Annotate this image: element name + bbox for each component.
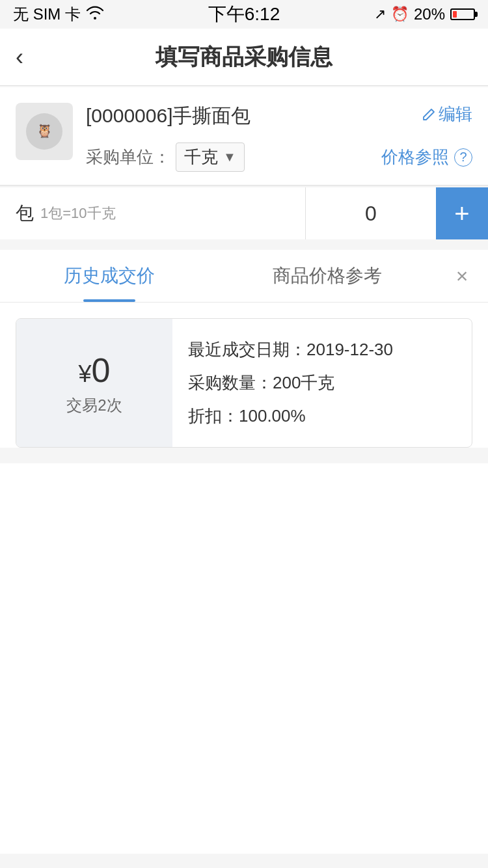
- unit-label: 采购单位：: [86, 146, 170, 169]
- tabs-section: 历史成交价 商品价格参考 × ¥0 交易2次 最近成交日期：2019-12-30…: [0, 250, 488, 448]
- product-section: 🦉 [0000006]手撕面包 编辑 采购单位： 千克 ▼ 价格参照: [0, 87, 488, 185]
- quantity-input[interactable]: [306, 187, 436, 239]
- status-bar: 无 SIM 卡 下午6:12 ↗ ⏰ 20%: [0, 0, 488, 29]
- battery-percent: 20%: [414, 5, 445, 23]
- product-info: [0000006]手撕面包 编辑 采购单位： 千克 ▼ 价格参照 ?: [86, 103, 472, 172]
- page-title: 填写商品采购信息: [156, 42, 332, 72]
- history-details: 最近成交日期：2019-12-30 采购数量：200千克 折扣：100.00%: [172, 319, 472, 447]
- price-display: ¥0: [79, 351, 111, 390]
- tabs-header: 历史成交价 商品价格参考 ×: [0, 250, 488, 303]
- edit-button[interactable]: 编辑: [422, 103, 472, 126]
- history-price-area: ¥0 交易2次: [16, 319, 172, 447]
- bottom-empty-area: [0, 463, 488, 854]
- product-thumbnail: 🦉: [16, 103, 73, 160]
- status-bar-left: 无 SIM 卡: [13, 4, 104, 25]
- unit-selector[interactable]: 千克 ▼: [176, 142, 245, 172]
- dropdown-arrow-icon: ▼: [223, 150, 236, 165]
- tab-close-button[interactable]: ×: [436, 250, 488, 302]
- separator-1: [0, 185, 488, 186]
- history-card: ¥0 交易2次 最近成交日期：2019-12-30 采购数量：200千克 折扣：…: [16, 318, 472, 448]
- back-button[interactable]: ‹: [16, 44, 23, 71]
- product-name: [0000006]手撕面包: [86, 103, 422, 129]
- price-reference-button[interactable]: 价格参照 ?: [381, 146, 472, 169]
- status-bar-right: ↗ ⏰ 20%: [374, 5, 475, 23]
- quantity-section: 包 1包=10千克 +: [0, 187, 488, 239]
- wifi-icon: [86, 5, 104, 23]
- quantity-plus-button[interactable]: +: [436, 187, 488, 239]
- purchase-quantity-row: 采购数量：200千克: [188, 370, 456, 396]
- alarm-icon: ⏰: [391, 6, 409, 23]
- edit-icon: [422, 107, 436, 122]
- trade-count: 交易2次: [66, 395, 122, 416]
- help-icon: ?: [454, 148, 472, 167]
- recent-date-row: 最近成交日期：2019-12-30: [188, 337, 456, 362]
- quantity-input-area: +: [305, 187, 488, 239]
- tab-history-price[interactable]: 历史成交价: [0, 250, 218, 302]
- status-bar-time: 下午6:12: [208, 2, 280, 27]
- tab-product-price-ref[interactable]: 商品价格参考: [218, 250, 436, 302]
- nav-bar: ‹ 填写商品采购信息: [0, 29, 488, 86]
- svg-text:🦉: 🦉: [36, 123, 53, 139]
- quantity-conversion: 1包=10千克: [40, 204, 116, 223]
- discount-row: 折扣：100.00%: [188, 403, 456, 429]
- quantity-unit: 包: [16, 201, 34, 226]
- carrier-text: 无 SIM 卡: [13, 4, 81, 25]
- location-icon: ↗: [374, 6, 386, 23]
- battery-icon: [450, 8, 475, 20]
- tab-underline: [83, 299, 135, 302]
